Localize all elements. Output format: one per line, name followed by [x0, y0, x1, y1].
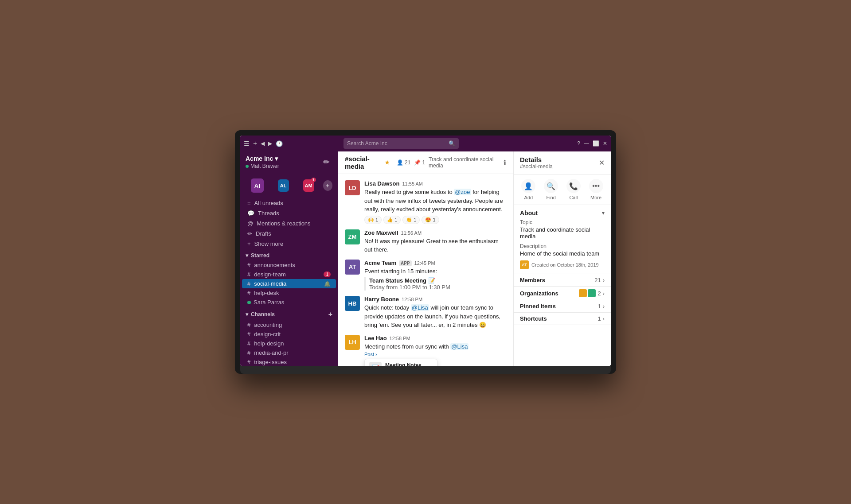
message-text: Meeting notes from our sync with @Lisa [364, 342, 506, 351]
message-text: Quick note: today @Lisa will join our te… [364, 303, 506, 330]
sidebar-channel-announcements[interactable]: # announcements [242, 260, 336, 270]
details-close-button[interactable]: ✕ [599, 159, 605, 167]
shortcuts-chevron-icon: › [603, 315, 605, 322]
forward-arrow-icon[interactable]: ▶ [268, 140, 272, 147]
org-chevron-icon: › [603, 290, 605, 297]
message-header: Acme Team APP 12:45 PM [364, 260, 506, 266]
organizations-row[interactable]: Organizations 2 › [514, 287, 611, 300]
topic-value: Track and coordinate social media [520, 226, 605, 240]
sidebar-item-mentions[interactable]: @ Mentions & reactions [242, 218, 336, 229]
laptop-frame: ☰ + ◀ ▶ 🕐 🔍 ? — ⬜ ✕ [235, 130, 616, 374]
add-action-button[interactable]: 👤 Add [521, 179, 535, 200]
hover-card-icon: 📝 [369, 362, 382, 366]
add-workspace-button[interactable]: + [323, 180, 332, 191]
message-time: 12:58 PM [402, 297, 422, 302]
quote-title: Team Status Meeting 📝 [369, 277, 506, 284]
info-button[interactable]: ℹ [504, 159, 506, 167]
table-row: LH Lee Hao 12:58 PM Meeting notes from o… [338, 332, 513, 366]
back-arrow-icon[interactable]: ◀ [261, 140, 265, 147]
members-meta[interactable]: 👤 21 [397, 159, 410, 166]
call-action-button[interactable]: 📞 Call [566, 179, 581, 200]
channel-star-icon[interactable]: ★ [385, 159, 390, 166]
muted-icon: 🔔 [324, 281, 331, 287]
post-link[interactable]: Post › [364, 352, 506, 357]
message-sender[interactable]: Zoe Maxwell [364, 229, 398, 236]
reaction-item[interactable]: 🙌 1 [364, 216, 382, 224]
sidebar-channel-accounting[interactable]: # accounting [242, 320, 336, 330]
sidebar-channel-social-media[interactable]: # social-media 🔔 [242, 279, 336, 288]
starred-section-header[interactable]: ▾ Starred [240, 249, 338, 260]
sidebar-channel-design-crit[interactable]: # design-crit [242, 330, 336, 339]
new-tab-icon[interactable]: + [253, 140, 257, 147]
message-header: Lisa Dawson 11:55 AM [364, 180, 506, 187]
reaction-item[interactable]: 👍 1 [383, 216, 401, 224]
search-input[interactable] [347, 140, 446, 147]
workspace-name[interactable]: Acme Inc ▾ [246, 155, 279, 162]
organizations-count: 2 › [579, 289, 605, 297]
shortcuts-row[interactable]: Shortcuts 1 › [514, 313, 611, 325]
workspace-avatar-2[interactable]: AL [278, 179, 289, 192]
message-sender[interactable]: Lisa Dawson [364, 180, 399, 187]
message-sender[interactable]: Acme Team [364, 260, 396, 266]
details-panel: Details #social-media ✕ 👤 Add 🔍 Find [513, 151, 611, 366]
message-content: Zoe Maxwell 11:56 AM No! It was my pleas… [364, 229, 506, 254]
workspace-avatar[interactable]: AI [251, 178, 264, 193]
add-people-icon: 👤 [521, 179, 535, 193]
hash-icon: # [247, 359, 250, 365]
sidebar-channel-media-and-pr[interactable]: # media-and-pr [242, 348, 336, 357]
sidebar-channel-triage-issues[interactable]: # triage-issues [242, 357, 336, 366]
threads-icon: 💬 [247, 210, 254, 217]
hash-icon: # [247, 340, 250, 347]
show-more-icon: + [247, 240, 251, 247]
sidebar-item-unreads[interactable]: ≡ All unreads [242, 198, 336, 208]
maximize-icon[interactable]: ⬜ [593, 140, 599, 147]
sidebar-channel-design-team[interactable]: # design-team 1 [242, 270, 336, 279]
reaction-item[interactable]: 👏 1 [402, 216, 420, 224]
sidebar-item-show-more[interactable]: + Show more [242, 239, 336, 249]
message-sender[interactable]: Harry Boone [364, 296, 399, 302]
sidebar-item-drafts[interactable]: ✏ Drafts [242, 229, 336, 239]
about-section-header[interactable]: About ▾ [520, 209, 605, 217]
message-sender[interactable]: Lee Hao [364, 335, 387, 341]
workspace-avatar-3[interactable]: AM 1 [303, 179, 314, 192]
pinned-items-row[interactable]: Pinned Items 1 › [514, 300, 611, 313]
compose-button[interactable]: ✏ [320, 156, 332, 168]
channel-name: #social-media ★ [345, 155, 390, 170]
search-bar[interactable]: 🔍 [344, 138, 459, 149]
reaction-item[interactable]: 😍 1 [422, 216, 439, 224]
mention-lisa-2[interactable]: @Lisa [450, 343, 468, 350]
find-action-button[interactable]: 🔍 Find [544, 179, 558, 200]
app-badge: APP [399, 260, 412, 266]
user-name: Matt Brewer [250, 163, 279, 169]
mention-lisa[interactable]: @Lisa [411, 304, 429, 311]
add-channel-icon[interactable]: + [328, 310, 332, 318]
more-action-button[interactable]: ••• More [589, 179, 603, 200]
message-header: Lee Hao 12:58 PM [364, 335, 506, 341]
help-icon[interactable]: ? [577, 140, 580, 147]
message-content: Lee Hao 12:58 PM Meeting notes from our … [364, 335, 506, 366]
channels-section-header[interactable]: ▾ Channels + [240, 307, 338, 320]
sidebar-channel-help-design[interactable]: # help-design [242, 339, 336, 348]
about-chevron-icon: ▾ [602, 210, 605, 216]
members-row[interactable]: Members 21 › [514, 274, 611, 287]
workspace-header: Acme Inc ▾ Matt Brewer ✏ [240, 151, 338, 173]
quote-detail: Today from 1:00 PM to 1:30 PM [369, 284, 506, 291]
sidebar-item-threads[interactable]: 💬 Threads [242, 208, 336, 218]
channel-meta: 👤 21 📌 1 Track and coordinate social med… [397, 156, 496, 169]
minimize-icon[interactable]: — [584, 140, 589, 147]
hover-card-title: Meeting Notes [385, 362, 433, 366]
description-label: Description [520, 243, 605, 249]
sidebar-dm-sara[interactable]: Sara Parras [242, 298, 336, 307]
hamburger-icon[interactable]: ☰ [244, 140, 250, 147]
history-icon[interactable]: 🕐 [276, 140, 283, 147]
message-text: Really need to give some kudos to @zoe f… [364, 188, 506, 214]
close-icon[interactable]: ✕ [603, 140, 607, 147]
message-time: 12:45 PM [414, 260, 435, 266]
dm-status-dot [247, 301, 251, 304]
pins-meta[interactable]: 📌 1 [414, 159, 425, 166]
table-row: ZM Zoe Maxwell 11:56 AM No! It was my pl… [338, 227, 513, 257]
starred-chevron-icon: ▾ [246, 252, 248, 259]
mention-zoe[interactable]: @zoe [454, 189, 471, 195]
sidebar-channel-help-desk[interactable]: # help-desk [242, 288, 336, 298]
table-row: AT Acme Team APP 12:45 PM Event starting… [338, 257, 513, 294]
